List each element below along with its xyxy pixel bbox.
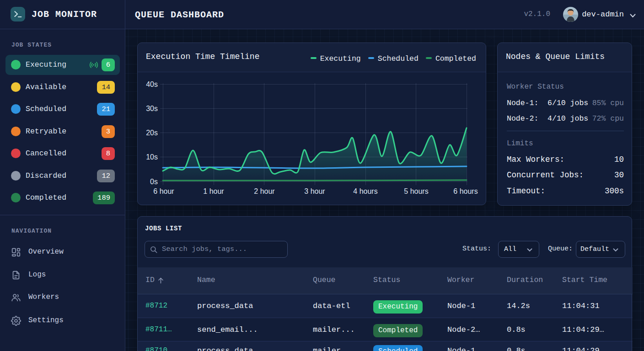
svg-text:3 hour: 3 hour: [304, 187, 325, 195]
svg-text:20s: 20s: [146, 129, 158, 137]
svg-text:4 hours: 4 hours: [353, 187, 377, 195]
svg-text:40s: 40s: [146, 80, 158, 88]
svg-text:6 hour: 6 hour: [153, 187, 174, 195]
svg-text:0s: 0s: [150, 178, 158, 186]
svg-text:10s: 10s: [146, 153, 158, 161]
svg-text:5 hours: 5 hours: [404, 187, 428, 195]
svg-text:1 hour: 1 hour: [203, 187, 224, 195]
svg-text:30s: 30s: [146, 105, 158, 112]
svg-text:2 hour: 2 hour: [254, 187, 275, 195]
svg-text:6 hours: 6 hours: [453, 187, 478, 195]
